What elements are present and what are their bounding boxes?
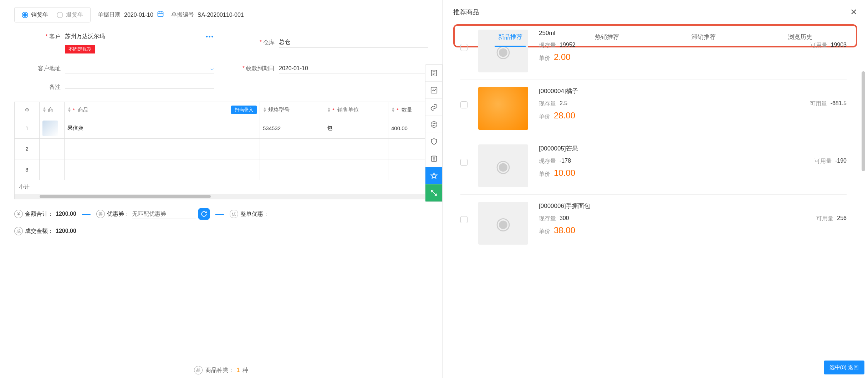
item-avail: 可用量-190 (815, 158, 847, 165)
radio-sales-order[interactable]: 销货单 (22, 11, 48, 19)
address-label: 客户地址 (14, 65, 61, 72)
warehouse-input[interactable]: 总仓 (279, 37, 428, 48)
close-icon[interactable]: ✕ (850, 7, 857, 17)
radio-return-order[interactable]: 退货单 (57, 11, 83, 19)
remark-row: 备注 (14, 83, 214, 91)
scrollbar-thumb[interactable] (40, 195, 211, 198)
deal-amount: 成 成交金额： 1200.00 (14, 227, 76, 235)
col-unit[interactable]: ▲▼*销售单位 (324, 102, 388, 118)
item-image (478, 87, 528, 130)
side-transfer-icon[interactable] (425, 116, 443, 133)
row-spec[interactable] (260, 139, 324, 159)
col-qty[interactable]: ▲▼*数量 (388, 102, 428, 118)
col-thumb[interactable]: ▲▼商 (40, 102, 65, 118)
side-currency-icon[interactable] (425, 150, 443, 167)
item-title: [0000006]手撕面包 (539, 202, 847, 210)
table-row[interactable]: 1 果倍爽 534532 包 400.00 (15, 118, 428, 139)
coupon-input[interactable] (132, 209, 196, 219)
vertical-scrollbar[interactable] (862, 71, 865, 171)
calendar-icon[interactable] (157, 10, 164, 19)
item-image: ◉ (478, 144, 528, 187)
row-name[interactable]: 果倍爽 (65, 118, 260, 138)
coupon-group: 券 优惠券： (96, 208, 210, 220)
side-chart-icon[interactable] (425, 82, 443, 99)
item-checkbox[interactable] (460, 44, 468, 51)
row-spec[interactable] (260, 159, 324, 180)
dash-icon: — (82, 209, 91, 219)
item-stock: 现存量-178 (539, 158, 571, 165)
subtotal-row: 小计 (15, 180, 428, 194)
recommend-item: [0000004]橘子 现存量2.5 可用量-681.5 单价28.00 (460, 80, 847, 137)
side-expand-icon[interactable] (425, 184, 443, 201)
order-discount: 优 整单优惠： (230, 210, 269, 218)
item-title: [0000005]芒果 (539, 144, 847, 153)
table-row[interactable]: 3 (15, 159, 428, 180)
sort-icon: ▲▼ (67, 107, 71, 112)
doc-date-label: 单据日期 (98, 11, 121, 19)
address-row: 客户地址 ⌵ (14, 63, 214, 73)
address-select[interactable]: ⌵ (65, 63, 214, 73)
col-spec[interactable]: ▲▼规格型号 (260, 102, 324, 118)
customer-more-icon[interactable]: ••• (206, 34, 214, 40)
col-product[interactable]: ▲▼*商品扫码录入 (65, 102, 260, 118)
radio-unchecked-icon (57, 12, 63, 18)
row-qty[interactable]: 400.00 (388, 118, 428, 138)
col-settings[interactable]: ⚙ (15, 102, 40, 118)
sort-icon: ▲▼ (42, 107, 46, 112)
duedate-input[interactable]: 2020-01-10 (279, 64, 428, 73)
item-price: 单价10.00 (539, 168, 847, 178)
item-avail: 可用量-681.5 (810, 100, 847, 108)
horizontal-scrollbar[interactable] (15, 194, 428, 199)
remark-input[interactable] (65, 86, 214, 89)
kind-icon: 品 (194, 366, 203, 374)
row-index: 2 (15, 139, 40, 159)
item-info: [0000006]手撕面包 现存量300 可用量256 单价38.00 (539, 202, 847, 235)
item-info: [0000004]橘子 现存量2.5 可用量-681.5 单价28.00 (539, 87, 847, 121)
kinds-count: 1 (237, 367, 240, 373)
item-avail: 可用量256 (816, 215, 847, 223)
recommend-item: ◉ [0000005]芒果 现存量-178 可用量-190 单价10.00 (460, 137, 847, 195)
side-star-icon[interactable] (425, 167, 443, 184)
row-spec[interactable]: 534532 (260, 118, 324, 138)
side-link-icon[interactable] (425, 99, 443, 116)
customer-input[interactable]: 苏州万达沃尔玛 ••• (65, 31, 214, 42)
doc-date-value[interactable]: 2020-01-10 (124, 12, 153, 18)
customer-label: *客户 (14, 33, 61, 41)
panel-title: 推荐商品 (453, 8, 479, 16)
row-name[interactable] (65, 139, 260, 159)
item-checkbox[interactable] (460, 216, 468, 223)
product-thumb (42, 121, 58, 136)
coupon-icon: 券 (96, 210, 105, 218)
recommend-item: ◉ [0000006]手撕面包 现存量300 可用量256 单价38.00 (460, 195, 847, 252)
footer-summary: 品 商品种类： 1 种 (0, 366, 442, 374)
totals-row: ¥ 金额合计： 1200.00 — 券 优惠券： — 优 整单优惠： (14, 208, 428, 220)
recommend-tab[interactable]: 浏览历史 (781, 28, 820, 46)
recommend-tab[interactable]: 热销推荐 (588, 28, 626, 46)
doc-no-value: SA-20200110-001 (198, 12, 244, 18)
side-shield-icon[interactable] (425, 133, 443, 150)
row-qty[interactable] (388, 159, 428, 180)
row-qty[interactable] (388, 139, 428, 159)
doc-date-group: 单据日期 2020-01-10 (98, 10, 164, 19)
row-unit[interactable]: 包 (324, 118, 388, 138)
select-return-button[interactable]: 选中(0) 返回 (824, 361, 865, 374)
table-row[interactable]: 2 (15, 139, 428, 159)
item-checkbox[interactable] (460, 101, 468, 108)
item-title: [0000004]橘子 (539, 87, 847, 95)
side-notes-icon[interactable] (425, 65, 443, 82)
row-index: 1 (15, 118, 40, 138)
recommend-tab[interactable]: 滞销推荐 (684, 28, 723, 46)
row-unit[interactable] (324, 139, 388, 159)
gear-icon: ⚙ (25, 107, 29, 113)
row-name[interactable] (65, 159, 260, 180)
duedate-value: 2020-01-10 (279, 65, 308, 72)
recommend-tab[interactable]: 新品推荐 (491, 28, 530, 46)
item-stock: 现存量19952 (539, 42, 576, 49)
customer-row: *客户 苏州万达沃尔玛 ••• (14, 31, 214, 42)
item-checkbox[interactable] (460, 159, 468, 166)
warehouse-label: *仓库 (228, 39, 275, 46)
scan-input-button[interactable]: 扫码录入 (231, 106, 257, 114)
deal-value: 1200.00 (56, 228, 76, 234)
row-unit[interactable] (324, 159, 388, 180)
refresh-button[interactable] (198, 208, 210, 220)
